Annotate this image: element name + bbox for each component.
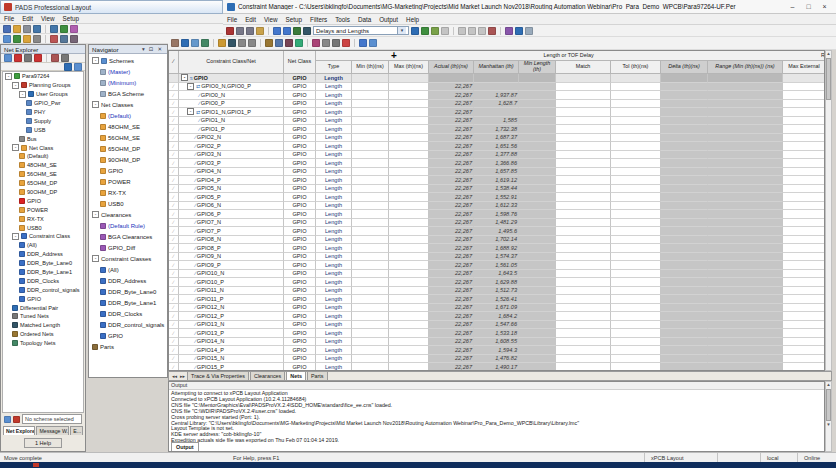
delta-cell[interactable] [661,355,708,364]
constraint-name-cell[interactable]: ∕GPIO10_N [179,270,284,279]
grid-row[interactable]: ∕∕GPIO0_NGPIOLength22,2671,937.87 [169,91,825,100]
match-cell[interactable] [556,338,611,347]
copy-icon[interactable] [246,27,254,35]
manh-cell[interactable]: 1,684.2 [474,312,519,321]
max-cell[interactable] [389,355,429,364]
min-cell[interactable] [352,321,389,330]
actual-cell[interactable]: 22,267 [429,159,474,168]
min-cell[interactable] [352,117,389,126]
grid-row[interactable]: ∕∕GPIO4_PGPIOLength22,2671,619.12 [169,176,825,185]
help-icon[interactable] [369,39,377,47]
max-cell[interactable] [389,176,429,185]
grid-row[interactable]: ∕∕GPIO15_NGPIOLength22,2671,476.82 [169,355,825,364]
pads-menu-file[interactable]: File [0,15,18,22]
minlen-cell[interactable] [519,91,556,100]
max-cell[interactable] [389,108,429,117]
tol-cell[interactable] [611,355,661,364]
grid-row[interactable]: ∕∕GPIO8_NGPIOLength22,2671,702.14 [169,236,825,245]
grid-tab-trace-via-properties[interactable]: Trace & Via Properties [187,372,249,381]
nc-cell[interactable]: GPIO [284,151,316,160]
min-cell[interactable] [352,219,389,228]
tree-item[interactable]: GPIO_Diff [90,242,166,253]
cm-window-titlebar[interactable]: Constraint Manager - C:\Users\bklingfo\D… [223,0,836,14]
match-cell[interactable] [556,227,611,236]
grid-row[interactable]: ∕∕GPIO13_NGPIOLength22,2671,547.66 [169,321,825,330]
type-cell[interactable]: Length [316,159,352,168]
tol-cell[interactable] [611,244,661,253]
setup-icon[interactable] [60,25,68,33]
type-cell[interactable]: Length [316,355,352,364]
manh-cell[interactable]: 1,547.66 [474,321,519,330]
tol-cell[interactable] [611,74,661,83]
match-cell[interactable] [556,193,611,202]
min-cell[interactable] [352,134,389,143]
nc-cell[interactable]: GPIO [284,142,316,151]
books-icon[interactable] [293,27,301,35]
manh-cell[interactable]: 1,628.7 [474,100,519,109]
match-cell[interactable] [556,295,611,304]
minlen-cell[interactable] [519,74,556,83]
grid-tab-nets[interactable]: Nets [286,372,306,381]
tree-expander-icon[interactable]: - [12,144,19,151]
manh-cell[interactable]: 1,732.38 [474,125,519,134]
grid-row[interactable]: ∕∕GPIO2_PGPIOLength22,2671,651.56 [169,142,825,151]
measure-icon[interactable] [70,35,78,43]
tree-item[interactable]: 56OHM_SE [90,132,166,143]
tol-cell[interactable] [611,125,661,134]
delta-cell[interactable] [661,108,708,117]
tree-item[interactable]: DDR_control_signals [90,319,166,330]
actual-cell[interactable]: 22,267 [429,117,474,126]
max-cell[interactable] [389,227,429,236]
delta-cell[interactable] [661,227,708,236]
save-scheme-icon[interactable] [4,416,11,423]
tree-item[interactable]: GPIO [90,165,166,176]
tree-item[interactable]: BGA Clearances [90,231,166,242]
manh-cell[interactable]: 1,526.41 [474,295,519,304]
match-cell[interactable] [556,117,611,126]
maxext-cell[interactable] [783,100,825,109]
range-cell[interactable] [708,295,783,304]
grid-row[interactable]: ∕∕GPIO3_NGPIOLength22,2671,377.88 [169,151,825,160]
delta-cell[interactable] [661,159,708,168]
manh-cell[interactable]: 1,629.88 [474,278,519,287]
nc-cell[interactable]: GPIO [284,91,316,100]
constraint-name-cell[interactable]: ∕GPIO0_N [179,91,284,100]
column-header-name[interactable]: Constraint Class/Net [179,51,284,74]
max-cell[interactable] [389,168,429,177]
minlen-cell[interactable] [519,108,556,117]
delta-cell[interactable] [661,278,708,287]
cm-menu-file[interactable]: File [223,16,241,23]
grid-row[interactable]: ∕∕GPIO10_NGPIOLength22,2671,643.5 [169,270,825,279]
range-cell[interactable] [708,219,783,228]
clearance-icon[interactable] [191,39,199,47]
window-toggle-icon[interactable] [525,27,533,35]
row-selector-header[interactable]: ∕ [169,51,179,74]
tol-cell[interactable] [611,151,661,160]
row-selector-cell[interactable]: ∕ [169,176,179,185]
max-cell[interactable] [389,185,429,194]
maxext-cell[interactable] [783,329,825,338]
panel-tab[interactable]: Message W... [36,426,69,435]
max-cell[interactable] [389,236,429,245]
tree-item[interactable]: -Clearances [90,209,166,220]
tol-cell[interactable] [611,108,661,117]
min-cell[interactable] [352,168,389,177]
match-cell[interactable] [556,270,611,279]
constraint-name-cell[interactable]: -⇄GPIO0_N,GPIO0_P [179,83,284,92]
constraint-name-cell[interactable]: ∕GPIO7_P [179,227,284,236]
grid-row[interactable]: ∕∕GPIO6_NGPIOLength22,2671,612.33 [169,202,825,211]
minlen-cell[interactable] [519,202,556,211]
filter-icon[interactable] [14,54,22,62]
zaxis-icon[interactable] [248,39,256,47]
grid-tab-clearances[interactable]: Clearances [250,372,285,381]
tree-item[interactable]: DDR_Address [3,250,83,259]
row-selector-cell[interactable]: ∕ [169,91,179,100]
row-selector-cell[interactable]: ∕ [169,261,179,270]
constraint-name-cell[interactable]: ∕GPIO5_P [179,193,284,202]
cm-menu-edit[interactable]: Edit [241,16,260,23]
image-icon[interactable] [431,27,439,35]
template-icon[interactable] [275,39,283,47]
grid-row[interactable]: ∕-⇄GPIO1_N,GPIO1_PGPIOLength22,267 [169,108,825,117]
max-cell[interactable] [389,304,429,313]
nc-cell[interactable]: GPIO [284,329,316,338]
